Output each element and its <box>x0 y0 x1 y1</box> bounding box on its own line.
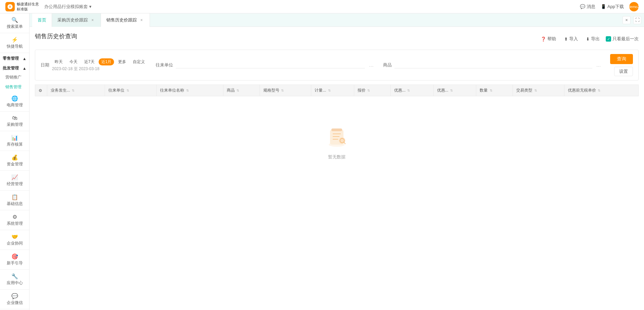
message-btn[interactable]: 💬 消息 <box>580 4 595 10</box>
partner-dots[interactable]: ... <box>368 62 375 68</box>
filter-goods: 商品 ... <box>383 62 602 68</box>
export-btn[interactable]: ⬇ 导出 <box>584 35 602 43</box>
column-trade-type[interactable]: 交易类型 ⇅ <box>513 85 565 96</box>
import-icon: ⬆ <box>564 37 568 42</box>
column-quote[interactable]: 报价 ⇅ <box>354 85 391 96</box>
sidebar-item-purchase[interactable]: 🛍 采购管理 <box>0 112 29 131</box>
sidebar-item-quick-nav[interactable]: ⚡ 快捷导航 <box>0 33 29 53</box>
column-spec[interactable]: 规格型号 ⇅ <box>260 85 311 96</box>
export-icon: ⬇ <box>586 37 590 42</box>
user-avatar[interactable]: demo2 <box>629 2 639 11</box>
tab-fullscreen-btn[interactable]: ⛶ <box>633 16 641 24</box>
sidebar-item-operations[interactable]: 📈 经营管理 <box>0 171 29 191</box>
sidebar-item-enterprise[interactable]: 🤝 企业协同 <box>0 230 29 250</box>
basic-info-icon: 📋 <box>1 194 28 200</box>
sidebar-item-guide[interactable]: 🎯 新手引导 <box>0 250 29 270</box>
import-btn[interactable]: ⬆ 导入 <box>562 35 580 43</box>
tab-purchase-history[interactable]: 采购历史价跟踪 × <box>52 13 101 27</box>
date-opt-last1m[interactable]: 近1月 <box>99 58 114 65</box>
date-opt-more[interactable]: 更多 <box>115 58 129 65</box>
tab-bar: 首页 采购历史价跟踪 × 销售历史价跟踪 × × ⛶ <box>30 13 644 27</box>
guide-icon: 🎯 <box>1 253 28 260</box>
column-quantity[interactable]: 数量 ⇅ <box>476 85 513 96</box>
purchase-icon: 🛍 <box>1 115 28 121</box>
goods-dots[interactable]: ... <box>595 62 602 68</box>
tab-close-btn[interactable]: × <box>623 16 631 24</box>
sort-pretax-price-icon: ⇅ <box>598 89 600 92</box>
table-header-row: ⚙ 业务发生... ⇅ 往来单位 ⇅ 往来单位名称 ⇅ <box>35 85 639 96</box>
column-biz-date[interactable]: 业务发生... ⇅ <box>47 85 105 96</box>
date-opt-custom[interactable]: 自定义 <box>130 58 148 65</box>
sidebar: 🔍 搜索菜单 ⚡ 快捷导航 零售管理 ▲ 批发管理 ▲ 营销推广 销售管理 🌐 … <box>0 13 30 310</box>
column-goods[interactable]: 商品 ⇅ <box>223 85 260 96</box>
operations-icon: 📈 <box>1 174 28 180</box>
sort-trade-type-icon: ⇅ <box>534 89 537 92</box>
sort-quantity-icon: ⇅ <box>490 89 492 92</box>
app-selector-dropdown-icon: ▾ <box>89 4 92 9</box>
column-discount2[interactable]: 优惠... ⇅ <box>433 85 476 96</box>
goods-input[interactable] <box>394 62 592 68</box>
column-settings[interactable]: ⚙ <box>35 85 47 96</box>
column-partner-code[interactable]: 往来单位 ⇅ <box>105 85 157 96</box>
tab-purchase-history-close[interactable]: × <box>90 17 95 23</box>
message-icon: 💬 <box>580 4 585 9</box>
page-title: 销售历史价查询 <box>35 32 77 40</box>
tab-sales-history-close[interactable]: × <box>139 17 144 23</box>
top-bar: 畅捷通好生意 标准版 办公用品行业模拟账套 ▾ 💬 消息 📱 App下载 dem… <box>0 0 644 13</box>
help-icon: ❓ <box>541 37 546 42</box>
partner-input[interactable] <box>176 62 365 68</box>
app-download-btn[interactable]: 📱 App下载 <box>601 4 624 10</box>
sidebar-item-wechat[interactable]: 💬 企业微信 <box>0 290 29 309</box>
sidebar-item-ecommerce[interactable]: 🌐 电商管理 <box>0 92 29 112</box>
ecommerce-icon: 🌐 <box>1 95 28 102</box>
wechat-icon: 💬 <box>1 293 28 299</box>
sidebar-item-retail[interactable]: 零售管理 ▲ <box>0 53 29 63</box>
date-options: 昨天 今天 近7天 近1月 更多 自定义 <box>52 58 148 65</box>
sort-unit-icon: ⇅ <box>328 89 331 92</box>
query-button[interactable]: 查询 <box>610 54 633 64</box>
quick-nav-icon: ⚡ <box>1 37 28 43</box>
sidebar-item-sales-mgmt[interactable]: 销售管理 <box>0 82 29 92</box>
app-download-icon: 📱 <box>601 4 606 9</box>
sidebar-item-basic-info[interactable]: 📋 基础信息 <box>0 191 29 210</box>
retail-arrow-icon: ▲ <box>22 56 26 61</box>
tab-sales-history[interactable]: 销售历史价跟踪 × <box>101 13 150 27</box>
column-pretax-price[interactable]: 优惠前无税单价 ⇅ <box>565 85 639 96</box>
setting-button[interactable]: 设置 <box>614 67 633 76</box>
sidebar-item-search[interactable]: 🔍 搜索菜单 <box>0 13 29 33</box>
empty-text: 暂无数据 <box>328 154 345 160</box>
filter-area: 日期 昨天 今天 近7天 近1月 更多 自定义 2023-02-18 至 202… <box>35 50 639 81</box>
empty-state: 暂无数据 <box>35 96 639 187</box>
app-selector[interactable]: 办公用品行业模拟账套 ▾ <box>42 2 94 11</box>
sort-discount2-icon: ⇅ <box>450 89 453 92</box>
help-btn[interactable]: ❓ 帮助 <box>539 35 558 43</box>
empty-icon <box>323 123 350 150</box>
only-last-checkbox[interactable]: 只看最后一次 <box>606 36 639 42</box>
tab-home[interactable]: 首页 <box>32 13 52 27</box>
column-unit[interactable]: 计量... ⇅ <box>311 85 354 96</box>
date-range: 2023-02-18 至 2023-03-18 <box>52 66 148 72</box>
sidebar-item-finance[interactable]: 💰 资金管理 <box>0 151 29 171</box>
column-partner-name[interactable]: 往来单位名称 ⇅ <box>157 85 223 96</box>
logo-text: 畅捷通好生意 标准版 <box>17 2 39 11</box>
sidebar-item-marketing[interactable]: 营销推广 <box>0 72 29 82</box>
top-bar-right: 💬 消息 📱 App下载 demo2 <box>580 2 639 11</box>
sort-partner-code-icon: ⇅ <box>126 89 129 92</box>
filter-partner: 往来单位 ... <box>156 62 375 68</box>
date-opt-last7[interactable]: 近7天 <box>82 58 97 65</box>
sidebar-item-wholesale[interactable]: 批发管理 ▲ <box>0 63 29 72</box>
sidebar-item-inventory[interactable]: 📊 库存核算 <box>0 131 29 151</box>
top-bar-left: 畅捷通好生意 标准版 办公用品行业模拟账套 ▾ <box>5 2 94 11</box>
sidebar-item-system[interactable]: ⚙ 系统管理 <box>0 210 29 230</box>
logo-icon <box>5 2 15 11</box>
finance-icon: 💰 <box>1 154 28 161</box>
date-opt-today[interactable]: 今天 <box>67 58 80 65</box>
sidebar-item-appstore[interactable]: 🔧 应用中心 <box>0 270 29 290</box>
column-discount1[interactable]: 优惠... ⇅ <box>391 85 434 96</box>
content-area: 首页 采购历史价跟踪 × 销售历史价跟踪 × × ⛶ <box>30 13 644 310</box>
sort-biz-date-icon: ⇅ <box>72 89 74 92</box>
date-opt-yesterday[interactable]: 昨天 <box>52 58 65 65</box>
logo-area: 畅捷通好生意 标准版 <box>5 2 39 11</box>
query-buttons: 查询 设置 <box>610 54 633 76</box>
tab-close-icon: × <box>625 17 628 22</box>
